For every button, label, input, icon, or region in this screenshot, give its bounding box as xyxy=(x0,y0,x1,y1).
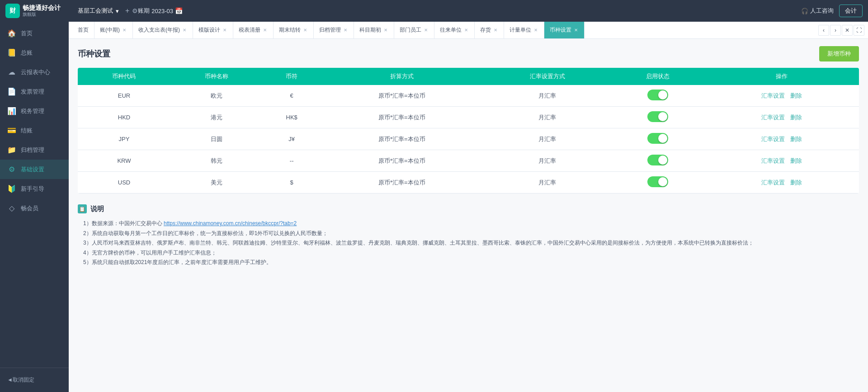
tab-home[interactable]: 首页 xyxy=(72,22,94,38)
cell-code-1: HKD xyxy=(78,107,170,128)
rate-setting-link-4[interactable]: 汇率设置 xyxy=(760,179,787,186)
sidebar-item-ledger[interactable]: 📒 总账 xyxy=(0,43,69,62)
add-workspace-button[interactable]: + xyxy=(123,7,132,15)
tab-currency[interactable]: 币种设置 ✕ xyxy=(544,22,585,38)
cell-name-1: 港元 xyxy=(170,107,263,128)
sidebar-label-guide: 新手引导 xyxy=(21,185,44,193)
cell-calc-4: 原币*汇率=本位币 xyxy=(321,172,484,194)
sidebar-item-reports[interactable]: ☁ 云报表中心 xyxy=(0,62,69,82)
help-button[interactable]: 🎧 人工咨询 xyxy=(801,7,834,15)
tab-period[interactable]: 账(中期) ✕ xyxy=(94,22,133,38)
tab-unit[interactable]: 计量单位 ✕ xyxy=(504,22,544,38)
tab-next-button[interactable]: › xyxy=(830,25,841,36)
sidebar-label-settings: 基础设置 xyxy=(21,165,44,174)
sidebar-label-member: 畅会员 xyxy=(21,204,38,213)
chevron-down-icon: ▾ xyxy=(116,8,119,14)
workspace-name: 基层工会测试 xyxy=(78,7,113,15)
col-action: 操作 xyxy=(704,68,859,85)
cell-calc-3: 原币*汇率=本位币 xyxy=(321,150,484,172)
tab-archive-label: 归档管理 xyxy=(319,26,341,34)
tab-partners-close[interactable]: ✕ xyxy=(463,27,469,33)
sidebar-item-invoice[interactable]: 📄 发票管理 xyxy=(0,82,69,101)
table-row: USD 美元 $ 原币*汇率=本位币 月汇率 汇率设置 删除 xyxy=(78,172,859,194)
tab-prev-button[interactable]: ‹ xyxy=(818,25,829,36)
tab-annual-report[interactable]: 收入支出表(年报) ✕ xyxy=(133,22,193,38)
tab-tax-table-label: 税表清册 xyxy=(239,26,260,34)
sidebar-item-checkout[interactable]: 💳 结账 xyxy=(0,121,69,140)
account-button[interactable]: 会计 xyxy=(839,5,863,17)
tab-staff[interactable]: 部门员工 ✕ xyxy=(394,22,434,38)
cell-status-4 xyxy=(611,172,704,194)
rate-setting-link-3[interactable]: 汇率设置 xyxy=(760,157,787,164)
tab-currency-close[interactable]: ✕ xyxy=(573,27,579,33)
toggle-switch-4[interactable] xyxy=(647,176,668,187)
cell-status-2 xyxy=(611,128,704,150)
sidebar-item-guide[interactable]: 🔰 新手引导 xyxy=(0,179,69,198)
tab-partners[interactable]: 往来单位 ✕ xyxy=(434,22,475,38)
tab-period-end[interactable]: 期末结转 ✕ xyxy=(274,22,314,38)
tab-subjects[interactable]: 科目期初 ✕ xyxy=(354,22,394,38)
sidebar-item-settings[interactable]: ⚙ 基础设置 xyxy=(0,160,69,179)
tab-unit-close[interactable]: ✕ xyxy=(533,27,538,33)
cell-action-2: 汇率设置 删除 xyxy=(704,128,859,150)
cell-calc-0: 原币*汇率=本位币 xyxy=(321,85,484,107)
tab-subjects-label: 科目期初 xyxy=(359,26,381,34)
cell-name-3: 韩元 xyxy=(170,150,263,172)
rate-setting-link-0[interactable]: 汇率设置 xyxy=(760,92,787,99)
cell-name-2: 日圆 xyxy=(170,128,263,150)
tab-period-label: 账(中期) xyxy=(100,26,120,34)
delete-link-1[interactable]: 删除 xyxy=(788,114,804,121)
tab-inventory[interactable]: 存货 ✕ xyxy=(475,22,504,38)
settings-icon[interactable]: ⚙ xyxy=(132,7,138,14)
cell-status-3 xyxy=(611,150,704,172)
sidebar-label-home: 首页 xyxy=(21,29,33,38)
tab-close-all-button[interactable]: ✕ xyxy=(842,25,853,36)
delete-link-4[interactable]: 删除 xyxy=(788,179,804,186)
table-row: KRW 韩元 -- 原币*汇率=本位币 月汇率 汇率设置 删除 xyxy=(78,150,859,172)
sidebar-label-checkout: 结账 xyxy=(21,127,33,135)
tab-tax-table[interactable]: 税表清册 ✕ xyxy=(233,22,274,38)
cell-code-0: EUR xyxy=(78,85,170,107)
sidebar-label-tax: 税务管理 xyxy=(21,107,44,115)
tab-annual-report-close[interactable]: ✕ xyxy=(182,27,187,33)
pin-sidebar-button[interactable]: ◄取消固定 xyxy=(0,373,69,387)
tab-template-close[interactable]: ✕ xyxy=(222,27,227,33)
sidebar-item-archive[interactable]: 📁 归档管理 xyxy=(0,140,69,160)
cell-calc-1: 原币*汇率=本位币 xyxy=(321,107,484,128)
toggle-switch-2[interactable] xyxy=(647,133,668,144)
tab-archive-close[interactable]: ✕ xyxy=(343,27,348,33)
delete-link-0[interactable]: 删除 xyxy=(788,92,804,99)
calendar-icon[interactable]: 📅 xyxy=(175,7,183,14)
tab-bar: 首页 账(中期) ✕ 收入支出表(年报) ✕ 模版设计 ✕ 税表清册 ✕ 期末结… xyxy=(69,22,868,39)
logo-icon: 财 xyxy=(5,4,20,18)
invoice-icon: 📄 xyxy=(7,87,16,96)
toggle-knob-4 xyxy=(658,177,667,186)
tab-subjects-close[interactable]: ✕ xyxy=(383,27,388,33)
cell-action-3: 汇率设置 删除 xyxy=(704,150,859,172)
new-currency-button[interactable]: 新增币种 xyxy=(819,46,859,61)
home-icon: 🏠 xyxy=(7,29,16,38)
rate-setting-link-2[interactable]: 汇率设置 xyxy=(760,136,787,142)
delete-link-2[interactable]: 删除 xyxy=(788,136,804,142)
tab-fullscreen-button[interactable]: ⛶ xyxy=(854,25,864,36)
sidebar-item-tax[interactable]: 📊 税务管理 xyxy=(0,101,69,121)
cell-name-4: 美元 xyxy=(170,172,263,194)
delete-link-3[interactable]: 删除 xyxy=(788,157,804,164)
tab-inventory-label: 存货 xyxy=(480,26,491,34)
sidebar-item-member[interactable]: ◇ 畅会员 xyxy=(0,198,69,218)
tab-inventory-close[interactable]: ✕ xyxy=(493,27,498,33)
logo-area: 财 畅捷通好会计 旗舰版 xyxy=(5,4,74,18)
toggle-switch-3[interactable] xyxy=(647,155,668,165)
sidebar-item-home[interactable]: 🏠 首页 xyxy=(0,24,69,43)
tab-staff-close[interactable]: ✕ xyxy=(423,27,429,33)
tab-period-end-close[interactable]: ✕ xyxy=(302,27,308,33)
tab-archive[interactable]: 归档管理 ✕ xyxy=(314,22,354,38)
tab-tax-table-close[interactable]: ✕ xyxy=(262,27,268,33)
toggle-switch-1[interactable] xyxy=(647,111,668,122)
toggle-switch-0[interactable] xyxy=(647,90,668,100)
tab-period-close[interactable]: ✕ xyxy=(122,27,127,33)
workspace-selector[interactable]: 基层工会测试 ▾ xyxy=(74,5,123,17)
tab-template[interactable]: 模版设计 ✕ xyxy=(193,22,233,38)
rate-setting-link-1[interactable]: 汇率设置 xyxy=(760,114,787,121)
notes-link[interactable]: https://www.chinamoney.com.cn/chinese/bk… xyxy=(164,220,297,227)
